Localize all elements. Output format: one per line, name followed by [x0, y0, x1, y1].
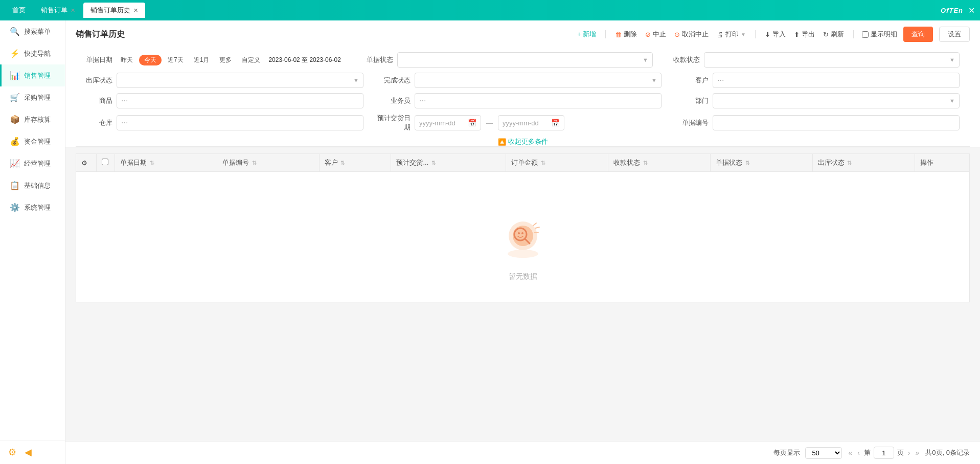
select-all-checkbox[interactable] [102, 159, 108, 165]
sidebar-item-sales-label: 销售管理 [24, 71, 51, 80]
status-label: 单据状态 [356, 55, 397, 64]
table-header-row: ⚙ 单据日期 ⇅ 单据编号 ⇅ 客户 ⇅ [76, 154, 970, 172]
delivery-date-from-text: yyyy-mm-dd [419, 119, 455, 127]
content-area: 销售订单历史 + 新增 🗑 删除 ⊘ 中止 ⊙ [65, 20, 980, 464]
warehouse-input[interactable]: ··· [117, 115, 363, 130]
receipt-status-label: 收款状态 [663, 55, 704, 64]
filter-row-2: 出库状态 ▼ 完成状态 ▼ 客户 [76, 73, 970, 88]
th-delivery-label: 预计交货... [396, 159, 428, 166]
page-label: 第 [864, 448, 871, 457]
tab-sales-order-history-close[interactable]: ✕ [133, 7, 138, 14]
date-range-text: 2023-06-02 至 2023-06-02 [268, 56, 340, 63]
complete-select[interactable]: ▼ [415, 73, 662, 88]
delivery-date-from[interactable]: yyyy-mm-dd 📅 [415, 115, 481, 130]
page-size-select[interactable]: 50 10 20 100 [805, 447, 842, 459]
sort-customer-icon[interactable]: ⇅ [340, 160, 345, 166]
new-button[interactable]: + 新增 [576, 28, 597, 41]
tab-sales-order-history-label: 销售订单历史 [90, 6, 130, 15]
sort-outbound-icon[interactable]: ⇅ [847, 160, 852, 166]
sidebar-item-search-menu[interactable]: 🔍 搜索菜单 [0, 20, 65, 42]
sidebar-item-purchase[interactable]: 🛒 采购管理 [0, 86, 65, 108]
import-label: 导入 [772, 30, 786, 39]
collapse-sidebar-icon[interactable]: ◀ [25, 447, 32, 458]
next-page-button[interactable]: › [907, 449, 911, 457]
customer-input[interactable]: ··· [713, 73, 960, 88]
tab-sales-order[interactable]: 销售订单 ✕ [34, 3, 82, 18]
last-page-button[interactable]: » [915, 449, 921, 457]
delete-button[interactable]: 🗑 删除 [614, 28, 638, 41]
query-button[interactable]: 查询 [903, 27, 933, 42]
tab-sales-order-close[interactable]: ✕ [71, 7, 75, 14]
doc-no-input[interactable] [713, 115, 960, 130]
warehouse-dots-icon[interactable]: ··· [121, 118, 128, 127]
sort-delivery-icon[interactable]: ⇅ [431, 160, 436, 166]
filter-row-4: 仓库 ··· 预计交货日期 yyyy-mm-dd 📅 — [76, 114, 970, 132]
sort-receipt-icon[interactable]: ⇅ [643, 160, 648, 166]
receipt-status-arrow-icon: ▼ [949, 57, 955, 63]
cancel-stop-button[interactable]: ⊙ 取消中止 [673, 28, 710, 41]
product-input[interactable]: ··· [117, 93, 363, 108]
tab-sales-order-history[interactable]: 销售订单历史 ✕ [83, 3, 145, 18]
sidebar-item-finance[interactable]: 💰 资金管理 [0, 130, 65, 152]
export-icon: ⬆ [794, 31, 800, 38]
top-bar: 首页 销售订单 ✕ 销售订单历史 ✕ OfTEn ✕ [0, 0, 980, 20]
sort-status-icon[interactable]: ⇅ [745, 160, 750, 166]
customer-dots-icon[interactable]: ··· [717, 76, 724, 85]
date-btn-more[interactable]: 更多 [215, 55, 236, 65]
collapse-button[interactable]: 🔼 收起更多条件 [76, 137, 970, 146]
sidebar-item-quick-nav[interactable]: ⚡ 快捷导航 [0, 42, 65, 64]
stop-button[interactable]: ⊘ 中止 [644, 28, 667, 41]
status-select[interactable]: ▼ [397, 52, 653, 68]
th-no-label: 单据编号 [222, 159, 249, 166]
th-checkbox[interactable] [97, 154, 115, 172]
sidebar-item-inventory-label: 库存核算 [24, 115, 51, 124]
show-detail-checkbox-label[interactable]: 显示明细 [862, 30, 897, 39]
delete-icon: 🗑 [615, 31, 622, 38]
data-table: ⚙ 单据日期 ⇅ 单据编号 ⇅ 客户 ⇅ [76, 153, 970, 302]
sys-mgmt-icon: ⚙️ [10, 203, 20, 212]
sidebar-item-sales[interactable]: 📊 销售管理 [0, 64, 65, 86]
filter-row-3: 商品 ··· 业务员 ··· 部门 [76, 93, 970, 108]
import-button[interactable]: ⬇ 导入 [764, 28, 787, 41]
sidebar-item-operations[interactable]: 📈 经营管理 [0, 152, 65, 174]
sidebar-item-purchase-label: 采购管理 [24, 93, 51, 102]
salesman-input[interactable]: ··· [415, 93, 662, 108]
sidebar-item-basic-info[interactable]: 📋 基础信息 [0, 174, 65, 196]
dept-select[interactable]: ▼ [713, 93, 960, 108]
date-btn-7days[interactable]: 近7天 [164, 55, 188, 65]
product-dots-icon[interactable]: ··· [121, 96, 128, 105]
stop-label: 中止 [653, 30, 666, 39]
page-number-input[interactable] [874, 447, 894, 459]
th-settings[interactable]: ⚙ [76, 154, 97, 172]
sales-icon: 📊 [10, 71, 20, 80]
sort-amount-icon[interactable]: ⇅ [541, 160, 545, 166]
sort-date-icon[interactable]: ⇅ [150, 160, 154, 166]
export-button[interactable]: ⬆ 导出 [793, 28, 816, 41]
show-detail-checkbox[interactable] [862, 31, 869, 38]
calendar-to-icon[interactable]: 📅 [551, 119, 560, 127]
page-title-row: 销售订单历史 + 新增 🗑 删除 ⊘ 中止 ⊙ [76, 27, 970, 42]
date-btn-custom[interactable]: 自定义 [238, 55, 264, 65]
delivery-date-to[interactable]: yyyy-mm-dd 📅 [498, 115, 564, 130]
receipt-status-select[interactable]: ▼ [704, 52, 960, 68]
sort-no-icon[interactable]: ⇅ [252, 160, 257, 166]
sidebar-item-inventory[interactable]: 📦 库存核算 [0, 108, 65, 130]
toolbar: + 新增 🗑 删除 ⊘ 中止 ⊙ 取消中止 [576, 27, 970, 42]
top-bar-close-btn[interactable]: ✕ [968, 6, 975, 15]
sidebar-item-sys-label: 系统管理 [24, 203, 51, 212]
prev-page-button[interactable]: ‹ [856, 449, 861, 457]
sidebar-item-sys-mgmt[interactable]: ⚙️ 系统管理 [0, 196, 65, 218]
outbound-select[interactable]: ▼ [117, 73, 363, 88]
first-page-button[interactable]: « [847, 449, 853, 457]
settings-bottom-icon[interactable]: ⚙ [8, 447, 16, 458]
tab-home[interactable]: 首页 [5, 3, 33, 18]
calendar-from-icon[interactable]: 📅 [468, 119, 476, 127]
date-btn-today[interactable]: 今天 [139, 55, 162, 65]
settings-button[interactable]: 设置 [939, 27, 970, 42]
print-button[interactable]: 🖨 打印 ▼ [716, 28, 747, 41]
date-btn-1month[interactable]: 近1月 [190, 55, 214, 65]
svg-line-5 [533, 223, 536, 226]
salesman-dots-icon[interactable]: ··· [419, 96, 426, 105]
refresh-button[interactable]: ↻ 刷新 [822, 28, 845, 41]
date-btn-yesterday[interactable]: 昨天 [117, 55, 137, 65]
